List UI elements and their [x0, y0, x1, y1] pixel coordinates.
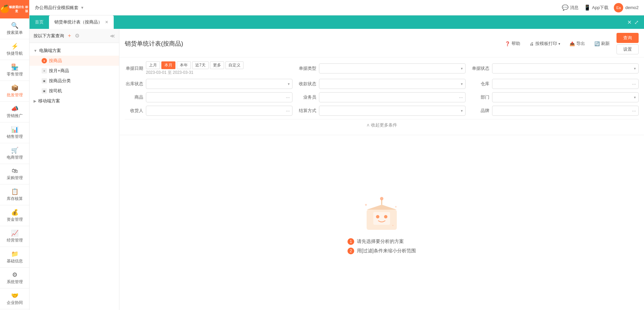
- empty-svg: ✦ ✦ ✦: [358, 191, 405, 231]
- filter-item-out-status: 出库状态 已出库 ▾: [125, 79, 292, 89]
- user-menu-button[interactable]: Ea demo2: [614, 3, 639, 12]
- dept-label: 部门: [471, 94, 489, 100]
- warehouse-input[interactable]: [492, 79, 639, 89]
- tab-close-button[interactable]: ✕: [105, 20, 108, 24]
- date-more[interactable]: 更多: [210, 61, 224, 69]
- sidebar-item-sales[interactable]: 📊 销售管理: [0, 122, 29, 143]
- export-icon: 📤: [570, 41, 575, 46]
- tree-child-by-driver[interactable]: ▣ 按司机: [30, 86, 119, 96]
- payment-input[interactable]: [319, 106, 466, 116]
- consignee-dots-button[interactable]: ···: [286, 108, 290, 113]
- tab-home[interactable]: 首页: [30, 15, 49, 29]
- sidebar-item-retail[interactable]: 🏪 零售管理: [0, 60, 29, 81]
- sidebar-item-wholesale[interactable]: 📦 批发管理: [0, 81, 29, 102]
- message-button[interactable]: 💬 消息: [562, 4, 579, 11]
- empty-state: ✦ ✦ ✦ 1 请先选择要分析的方案 2 用[过滤]条件来缩小分析范围: [119, 135, 644, 310]
- content-area: 按以下方案查询 ＋ ⚙ ≪ ▼ 电脑端方案 ● 按商品: [30, 29, 644, 310]
- sidebar-item-finance[interactable]: 💰 资金管理: [0, 205, 29, 226]
- goods-dots-button[interactable]: ···: [286, 95, 290, 100]
- tree-child-by-goods[interactable]: ● 按商品: [30, 56, 119, 66]
- tree-child-by-goods-category[interactable]: ▣ 按商品分类: [30, 76, 119, 86]
- tree-child-by-month-goods[interactable]: ≡ 按月+商品: [30, 66, 119, 76]
- dept-input[interactable]: [492, 92, 639, 102]
- scheme-settings-button[interactable]: ⚙: [75, 33, 79, 39]
- sidebar-item-marketing[interactable]: 📣 营销推广: [0, 102, 29, 122]
- purchase-icon: 🛍: [2, 167, 28, 174]
- ecommerce-icon: 🛒: [2, 147, 28, 154]
- type-input[interactable]: 销货单: [319, 63, 466, 73]
- goods-input[interactable]: [146, 92, 292, 102]
- left-panel: 按以下方案查询 ＋ ⚙ ≪ ▼ 电脑端方案 ● 按商品: [30, 29, 119, 310]
- brand-dots-button[interactable]: ···: [632, 108, 636, 113]
- quick-nav-icon: ⚡: [2, 43, 28, 50]
- brand-input[interactable]: [492, 106, 639, 116]
- wholesale-icon: 📦: [2, 84, 28, 92]
- query-button[interactable]: 查询: [616, 33, 639, 43]
- sidebar-item-ecommerce[interactable]: 🛒 电商管理: [0, 143, 29, 164]
- status-label: 单据状态: [471, 65, 489, 71]
- avatar: Ea: [614, 3, 623, 12]
- goods-control: ···: [146, 92, 292, 102]
- sidebar-item-inventory[interactable]: 📋 库存核算: [0, 185, 29, 205]
- salesperson-input[interactable]: [319, 92, 466, 102]
- tab-close-window-button[interactable]: ✕: [627, 19, 632, 25]
- tab-sales-stats[interactable]: 销货单统计表（按商品） ✕: [49, 15, 114, 29]
- consignee-label: 收货人: [125, 108, 143, 114]
- print-dropdown-icon[interactable]: ▾: [558, 42, 560, 46]
- app-download-button[interactable]: 📱 App下载: [584, 4, 608, 11]
- export-button[interactable]: 📤 导出: [567, 39, 588, 48]
- status-input[interactable]: 已生效: [492, 63, 639, 73]
- recv-status-input[interactable]: [319, 79, 466, 89]
- out-status-control: 已出库 ▾: [146, 79, 292, 89]
- salesperson-dots-button[interactable]: ···: [459, 95, 463, 100]
- date-last-month[interactable]: 上月: [146, 61, 160, 69]
- tree-parent-pc[interactable]: ▼ 电脑端方案: [30, 46, 119, 56]
- sidebar-item-base-info[interactable]: 📁 基础信息: [0, 247, 29, 268]
- app-download-icon: 📱: [584, 4, 591, 11]
- tip-num-1: 1: [347, 238, 354, 245]
- filter-row-1: 单据日期 上月 本月 本年 近7天 更多 自定义: [125, 61, 639, 75]
- svg-rect-1: [373, 212, 390, 225]
- sidebar-item-operations[interactable]: 📈 经营管理: [0, 226, 29, 247]
- collapse-filter-button[interactable]: ∧ 收起更多条件: [125, 119, 639, 131]
- print-button[interactable]: 🖨 按模板打印 ▾: [527, 39, 563, 48]
- sidebar-item-purchase[interactable]: 🛍 采购管理: [0, 164, 29, 185]
- system-icon: ⚙: [2, 271, 28, 278]
- type-control: 销货单 ▾: [319, 63, 466, 73]
- date-custom[interactable]: 自定义: [225, 61, 244, 69]
- sidebar-item-search[interactable]: 🔍 搜索菜单: [0, 18, 29, 39]
- help-button[interactable]: ❓ 帮助: [502, 39, 523, 48]
- header-left: 办公用品行业模拟账套 ▾: [35, 5, 84, 11]
- filter-item-type: 单据类型 销货单 ▾: [298, 63, 466, 73]
- panel-collapse-button[interactable]: ≪: [110, 33, 115, 39]
- sidebar-item-collab[interactable]: 🤝 企业协同: [0, 289, 29, 309]
- tab-restore-window-button[interactable]: ⤢: [634, 19, 639, 25]
- tree-parent-mobile[interactable]: ▶ 移动端方案: [30, 96, 119, 106]
- out-status-input[interactable]: 已出库: [146, 79, 292, 89]
- warehouse-dots-button[interactable]: ···: [632, 81, 636, 87]
- settings-button[interactable]: 设置: [616, 44, 639, 54]
- filter-item-warehouse: 仓库 ···: [471, 79, 639, 89]
- svg-text:✦: ✦: [392, 224, 394, 227]
- filter-form: 单据日期 上月 本月 本年 近7天 更多 自定义: [119, 57, 644, 135]
- help-icon: ❓: [505, 41, 510, 46]
- marketing-icon: 📣: [2, 105, 28, 112]
- date-this-year[interactable]: 本年: [177, 61, 191, 69]
- refresh-button[interactable]: 🔄 刷新: [592, 39, 612, 48]
- workspace-dropdown-icon[interactable]: ▾: [81, 5, 84, 10]
- operations-icon: 📈: [2, 229, 28, 237]
- date-range-wrapper: 上月 本月 本年 近7天 更多 自定义 2023-03-01 至 2023-03…: [146, 61, 244, 75]
- main-area: 办公用品行业模拟账套 ▾ 💬 消息 📱 App下载 Ea demo2 首页: [30, 0, 644, 310]
- sidebar-item-quick-nav[interactable]: ⚡ 快捷导航: [0, 39, 29, 60]
- filter-item-dept: 部门 ▾: [471, 92, 639, 102]
- message-icon: 💬: [562, 4, 569, 11]
- date-last-7-days[interactable]: 近7天: [192, 61, 209, 69]
- date-this-month[interactable]: 本月: [161, 61, 175, 69]
- payment-control: ▾: [319, 106, 466, 116]
- consignee-input[interactable]: [146, 106, 292, 116]
- sidebar-item-system[interactable]: ⚙ 系统管理: [0, 268, 29, 289]
- svg-text:✦: ✦: [364, 203, 368, 207]
- date-control: 上月 本月 本年 近7天 更多 自定义 2023-03-01 至 2023-03…: [146, 61, 292, 75]
- tree-toggle-mobile: ▶: [34, 99, 36, 103]
- add-scheme-button[interactable]: ＋: [67, 32, 72, 39]
